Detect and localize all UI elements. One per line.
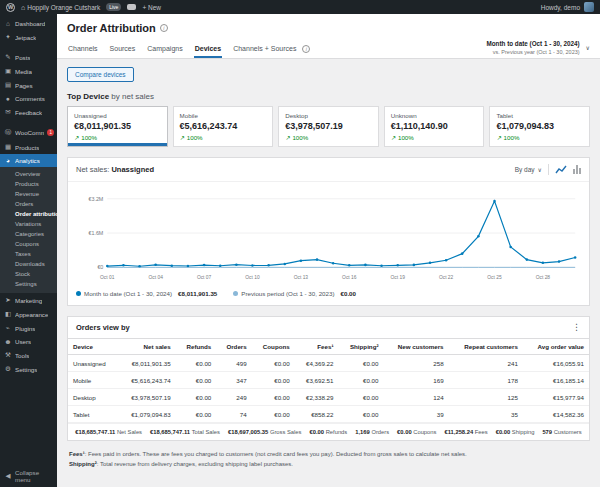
tab-campaigns[interactable]: Campaigns xyxy=(146,40,183,58)
site-menu[interactable]: ⌂ Hoppily Orange Cutshark xyxy=(21,4,100,11)
chart-data-point[interactable] xyxy=(380,265,383,268)
chart-data-point[interactable] xyxy=(558,260,561,263)
sidebar-item-appearance[interactable]: ◧Appearance xyxy=(0,307,57,321)
device-card-unknown[interactable]: Unknown€1,110,140.90↗100% xyxy=(384,106,485,147)
submenu-item-stock[interactable]: Stock xyxy=(0,269,57,279)
submenu-item-taxes[interactable]: Taxes xyxy=(0,249,57,259)
chart-data-point[interactable] xyxy=(235,263,238,266)
sidebar-item-dashboard[interactable]: ⌂Dashboard xyxy=(0,17,57,30)
collapse-menu-button[interactable]: ◀ Collapse menu xyxy=(0,465,57,487)
sidebar-item-woocommerce[interactable]: ⓌWooCommerce1 xyxy=(0,125,57,140)
chart-data-point[interactable] xyxy=(396,264,399,267)
chart-data-point[interactable] xyxy=(493,200,496,203)
chart-data-point[interactable] xyxy=(187,265,190,268)
submenu-item-orders[interactable]: Orders xyxy=(0,199,57,209)
column-header-shipping[interactable]: Shipping² xyxy=(339,339,384,355)
new-content-menu[interactable]: + New xyxy=(142,4,161,11)
chart-data-point[interactable] xyxy=(429,262,432,265)
device-card-unassigned[interactable]: Unassigned€8,011,901.35↗100% xyxy=(67,106,168,147)
sidebar-item-comments[interactable]: ●Comments xyxy=(0,92,57,105)
chart-data-point[interactable] xyxy=(477,235,480,238)
chart-data-point[interactable] xyxy=(526,258,529,261)
chart-data-point[interactable] xyxy=(106,265,109,268)
chart-data-point[interactable] xyxy=(461,252,464,255)
sidebar-item-tools[interactable]: ⚒Tools xyxy=(0,348,57,362)
wordpress-logo-icon[interactable]: W xyxy=(6,3,15,12)
column-header-new-customers[interactable]: New customers xyxy=(383,339,448,355)
sidebar-item-analytics[interactable]: ◕Analytics xyxy=(0,154,57,167)
chart-data-point[interactable] xyxy=(251,264,254,267)
chart-data-point[interactable] xyxy=(154,264,157,267)
bar-chart-type-icon[interactable] xyxy=(573,165,581,174)
column-header-net-sales[interactable]: Net sales xyxy=(118,339,176,355)
submenu-item-overview[interactable]: Overview xyxy=(0,169,57,179)
chart-x-tick-label: Oct 16 xyxy=(342,275,357,280)
chart-data-point[interactable] xyxy=(445,259,448,262)
compare-devices-button[interactable]: Compare devices xyxy=(67,67,134,82)
column-header-orders[interactable]: Orders xyxy=(216,339,251,355)
submenu-item-products[interactable]: Products xyxy=(0,179,57,189)
sidebar-item-marketing[interactable]: ➤Marketing xyxy=(0,293,57,307)
tab-channels-sources[interactable]: Channels + Sources xyxy=(232,40,297,58)
chart-data-point[interactable] xyxy=(332,262,335,265)
tab-sources[interactable]: Sources xyxy=(109,40,137,58)
submenu-item-variations[interactable]: Variations xyxy=(0,219,57,229)
legend-item-previous-period-oct-1-30-2023[interactable]: Previous period (Oct 1 - 30, 2023)€0.00 xyxy=(233,290,356,297)
table-cell: 347 xyxy=(216,372,251,389)
tab-channels[interactable]: Channels xyxy=(67,40,99,58)
tabs-info-icon[interactable]: i xyxy=(302,45,310,53)
chart-data-point[interactable] xyxy=(509,246,512,249)
table-row-tablet: Tablet€1,079,094.83€0.0074€0.00€858.22€0… xyxy=(68,406,589,423)
sidebar-item-plugins[interactable]: ⌁Plugins xyxy=(0,321,57,335)
chart-data-point[interactable] xyxy=(219,265,222,268)
column-header-coupons[interactable]: Coupons xyxy=(252,339,295,355)
device-card-mobile[interactable]: Mobile€5,616,243.74↗100% xyxy=(173,106,274,147)
submenu-item-categories[interactable]: Categories xyxy=(0,229,57,239)
sidebar-item-products[interactable]: ▦Products xyxy=(0,140,57,154)
woocommerce-icon: Ⓦ xyxy=(4,128,12,137)
chart-data-point[interactable] xyxy=(542,262,545,265)
chart-data-point[interactable] xyxy=(283,263,286,266)
chart-data-point[interactable] xyxy=(122,264,125,267)
chart-data-point[interactable] xyxy=(364,264,367,267)
column-header-repeat-customers[interactable]: Repeat customers xyxy=(449,339,523,355)
sidebar-item-feedback[interactable]: ✉Feedback xyxy=(0,105,57,119)
tab-devices[interactable]: Devices xyxy=(194,40,222,58)
chart-data-point[interactable] xyxy=(138,265,141,268)
net-sales-chart[interactable]: €3.2M€1.6M€0Oct 01Oct 04Oct 07Oct 10Oct … xyxy=(74,187,583,287)
sidebar-item-users[interactable]: ☻Users xyxy=(0,335,57,348)
chart-data-point[interactable] xyxy=(267,264,270,267)
interval-select[interactable]: By day ∨ xyxy=(515,166,542,173)
sidebar-item-pages[interactable]: ▤Pages xyxy=(0,78,57,92)
howdy-menu[interactable]: Howdy, demo xyxy=(541,4,580,11)
user-avatar[interactable] xyxy=(584,2,594,12)
chart-data-point[interactable] xyxy=(348,264,351,267)
chart-data-point[interactable] xyxy=(574,256,577,259)
column-header-avg-order-value[interactable]: Avg order value xyxy=(523,339,589,355)
line-chart-type-icon[interactable] xyxy=(555,165,567,175)
chart-data-point[interactable] xyxy=(203,264,206,267)
column-header-fees[interactable]: Fees¹ xyxy=(295,339,339,355)
kebab-menu-icon[interactable]: ⋮ xyxy=(572,323,581,332)
chart-data-point[interactable] xyxy=(300,259,303,262)
submenu-item-downloads[interactable]: Downloads xyxy=(0,259,57,269)
sidebar-item-media[interactable]: ▣Media xyxy=(0,64,57,78)
submenu-item-order-attribution[interactable]: Order attribution xyxy=(0,209,57,219)
chart-data-point[interactable] xyxy=(413,264,416,267)
device-card-desktop[interactable]: Desktop€3,978,507.19↗100% xyxy=(278,106,379,147)
date-range-picker[interactable]: Month to date (Oct 1 - 30, 2024) vs. Pre… xyxy=(487,40,590,58)
chart-data-point[interactable] xyxy=(316,258,319,261)
device-card-tablet[interactable]: Tablet€1,079,094.83↗100% xyxy=(489,106,590,147)
legend-item-month-to-date-oct-1-30-2024[interactable]: Month to date (Oct 1 - 30, 2024)€8,011,9… xyxy=(76,290,217,297)
submenu-item-coupons[interactable]: Coupons xyxy=(0,239,57,249)
sidebar-item-posts[interactable]: ✎Posts xyxy=(0,50,57,64)
submenu-item-settings[interactable]: Settings xyxy=(0,279,57,289)
comments-bubble-icon[interactable] xyxy=(127,4,136,10)
chart-data-point[interactable] xyxy=(171,264,174,267)
sidebar-item-settings[interactable]: ⚙Settings xyxy=(0,362,57,376)
sidebar-item-jetpack[interactable]: ✦Jetpack xyxy=(0,30,57,44)
column-header-device[interactable]: Device xyxy=(68,339,118,355)
column-header-refunds[interactable]: Refunds xyxy=(176,339,217,355)
submenu-item-revenue[interactable]: Revenue xyxy=(0,189,57,199)
info-icon[interactable]: i xyxy=(160,24,168,32)
